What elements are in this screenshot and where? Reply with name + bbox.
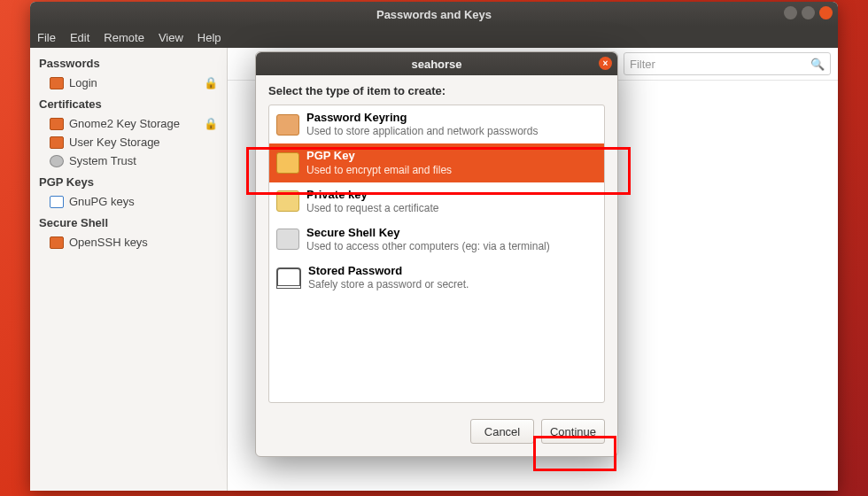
lock-icon: 🔒 bbox=[204, 117, 218, 130]
sidebar-header-passwords: Passwords bbox=[30, 51, 227, 74]
menu-file[interactable]: File bbox=[37, 31, 56, 44]
folder-icon bbox=[50, 136, 64, 149]
menu-help[interactable]: Help bbox=[198, 31, 221, 44]
sidebar-item-openssh[interactable]: OpenSSH keys bbox=[30, 233, 227, 252]
sidebar-item-label: System Trust bbox=[69, 154, 136, 167]
close-icon[interactable] bbox=[819, 6, 833, 19]
sidebar-item-gnome2[interactable]: Gnome2 Key Storage 🔒 bbox=[30, 114, 227, 133]
sidebar-item-login[interactable]: Login 🔒 bbox=[30, 74, 227, 92]
search-icon: 🔍 bbox=[810, 58, 825, 71]
window-controls bbox=[784, 6, 833, 19]
window-title: Passwords and Keys bbox=[376, 8, 492, 21]
key-icon bbox=[50, 196, 64, 208]
item-pgp-key[interactable]: PGP Key Used to encrypt email and files bbox=[269, 143, 604, 182]
sidebar-item-userkey[interactable]: User Key Storage bbox=[30, 133, 227, 151]
sidebar-item-gnupg[interactable]: GnuPG keys bbox=[30, 192, 227, 211]
gear-icon bbox=[50, 155, 64, 167]
item-password-keyring[interactable]: Password Keyring Used to store applicati… bbox=[269, 105, 604, 143]
key-icon bbox=[276, 190, 299, 212]
cancel-button[interactable]: Cancel bbox=[470, 419, 534, 444]
menu-view[interactable]: View bbox=[159, 31, 183, 44]
item-title: PGP Key bbox=[306, 149, 452, 163]
menubar: File Edit Remote View Help bbox=[30, 27, 838, 48]
sidebar-header-ssh: Secure Shell bbox=[30, 211, 227, 233]
folder-icon bbox=[50, 77, 64, 89]
item-title: Secure Shell Key bbox=[306, 226, 550, 240]
key-icon bbox=[276, 229, 299, 250]
item-type-list: Password Keyring Used to store applicati… bbox=[268, 105, 605, 403]
sidebar-item-label: Gnome2 Key Storage bbox=[69, 117, 180, 130]
filter-input[interactable]: Filter 🔍 bbox=[624, 52, 831, 75]
folder-icon bbox=[276, 114, 299, 136]
dialog-titlebar: seahorse × bbox=[256, 52, 617, 75]
menu-edit[interactable]: Edit bbox=[70, 31, 89, 44]
titlebar: Passwords and Keys bbox=[30, 2, 838, 27]
desktop: Passwords and Keys File Edit Remote View… bbox=[0, 0, 868, 496]
sidebar-item-label: OpenSSH keys bbox=[69, 236, 148, 249]
menu-remote[interactable]: Remote bbox=[104, 31, 144, 44]
folder-icon bbox=[50, 118, 64, 130]
minimize-icon[interactable] bbox=[784, 6, 797, 19]
item-desc: Used to access other computers (eg: via … bbox=[306, 240, 550, 253]
folder-icon bbox=[50, 236, 64, 249]
sidebar-header-pgp: PGP Keys bbox=[30, 170, 227, 192]
item-private-key[interactable]: Private key Used to request a certificat… bbox=[269, 182, 604, 221]
new-item-dialog: seahorse × Select the type of item to cr… bbox=[255, 51, 618, 457]
dialog-buttons: Cancel Continue bbox=[256, 410, 617, 456]
sidebar: Passwords Login 🔒 Certificates Gnome2 Ke… bbox=[30, 48, 228, 491]
item-title: Stored Password bbox=[308, 264, 469, 278]
sidebar-item-label: GnuPG keys bbox=[69, 195, 135, 208]
item-desc: Used to store application and network pa… bbox=[306, 125, 538, 138]
dialog-title: seahorse bbox=[411, 58, 461, 71]
item-desc: Used to encrypt email and files bbox=[306, 164, 452, 177]
maximize-icon[interactable] bbox=[802, 6, 815, 19]
item-stored-password[interactable]: Stored Password Safely store a password … bbox=[269, 259, 604, 297]
continue-button[interactable]: Continue bbox=[541, 419, 605, 444]
item-title: Password Keyring bbox=[306, 111, 538, 125]
item-desc: Safely store a password or secret. bbox=[308, 278, 469, 291]
sidebar-header-certificates: Certificates bbox=[30, 92, 227, 114]
sidebar-item-label: User Key Storage bbox=[69, 136, 160, 149]
item-title: Private key bbox=[306, 188, 438, 202]
lock-icon: 🔒 bbox=[204, 76, 218, 89]
combination-icon bbox=[276, 267, 301, 289]
dialog-prompt: Select the type of item to create: bbox=[256, 75, 617, 105]
key-icon bbox=[276, 152, 299, 174]
sidebar-item-label: Login bbox=[69, 76, 97, 89]
close-icon[interactable]: × bbox=[599, 57, 612, 70]
item-ssh-key[interactable]: Secure Shell Key Used to access other co… bbox=[269, 221, 604, 259]
item-desc: Used to request a certificate bbox=[306, 202, 438, 215]
sidebar-item-systrust[interactable]: System Trust bbox=[30, 151, 227, 170]
filter-placeholder: Filter bbox=[630, 58, 810, 71]
